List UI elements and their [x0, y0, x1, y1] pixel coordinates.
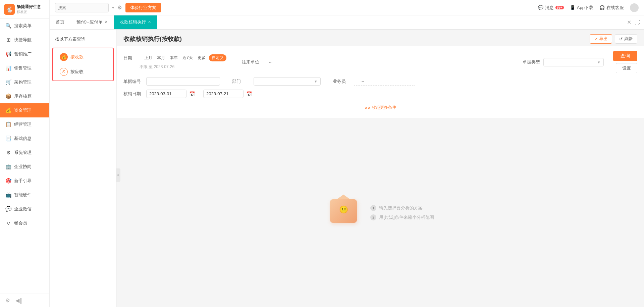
page-header: 收款核销执行(按收款) ↗ 导出 ↺ 刷新	[117, 30, 644, 46]
quick-nav-icon: ⊞	[5, 37, 11, 43]
filter-panel-title: 按以下方案查询	[50, 34, 116, 46]
purchase-icon: 🛒	[5, 79, 11, 85]
sidebar-item-enterprise[interactable]: 🏢 企业协同	[0, 160, 49, 174]
shortcut-more[interactable]: 更多	[196, 54, 207, 61]
online-service-action[interactable]: 🎧 在线客服	[599, 5, 624, 11]
headset-icon: 🎧	[599, 5, 605, 10]
form-row-docno: 单据编号 部门 ▾ 业务员 ···	[123, 77, 637, 86]
shortcut-this-year[interactable]: 本年	[168, 54, 179, 61]
smart-hw-icon: 📺	[5, 192, 11, 198]
shortcut-custom[interactable]: 自定义	[209, 54, 226, 61]
verify-date-end-calendar-icon[interactable]: 📅	[246, 91, 252, 97]
by-collection-icon: 💰	[60, 53, 68, 61]
settings-bottom-icon[interactable]: ⚙	[5, 297, 10, 304]
search-menu-icon: 🔍	[5, 23, 11, 29]
doc-type-select[interactable]: ▾	[543, 58, 604, 66]
refresh-button[interactable]: ↺ 刷新	[615, 34, 637, 44]
sidebar-item-quick-nav[interactable]: ⊞ 快捷导航	[0, 33, 49, 47]
tabbar-controls: ✕ ⛶	[623, 15, 644, 29]
tab-prepay[interactable]: 预付冲应付单 ✕	[70, 15, 114, 29]
topbar-gear-icon[interactable]: ⚙	[117, 4, 122, 11]
topbar-right: 💬 消息 99+ 📱 App下载 🎧 在线客服	[538, 3, 639, 12]
verify-date-start[interactable]	[146, 90, 186, 98]
shortcut-this-month[interactable]: 本月	[156, 54, 166, 61]
doc-no-input[interactable]	[146, 77, 220, 86]
tab-expand-icon[interactable]: ⛶	[633, 19, 641, 26]
verify-date-start-calendar-icon[interactable]: 📅	[189, 91, 195, 97]
doc-type-chevron: ▾	[598, 60, 600, 65]
mobile-icon: 📱	[570, 5, 575, 10]
filter-by-collection[interactable]: 💰 按收款	[53, 50, 113, 64]
app-logo-text: 畅捷通好生意 标准版	[17, 4, 41, 14]
sidebar-item-smart-hw[interactable]: 📺 智能硬件	[0, 188, 49, 202]
date-field-group: 日期 上月 本月 本年 近7天 更多 自定义 不限 至 2023-07-26	[123, 54, 226, 70]
sidebar-item-basic-info[interactable]: 📑 基础信息	[0, 132, 49, 146]
message-action[interactable]: 💬 消息 99+	[538, 5, 564, 11]
app-logo-icon: 🐇	[4, 4, 15, 15]
sidebar-item-search-menu[interactable]: 🔍 搜索菜单	[0, 19, 49, 33]
sidebar-item-finance[interactable]: 💰 资金管理	[0, 103, 49, 117]
shortcut-last-month[interactable]: 上月	[143, 54, 154, 61]
dept-chevron: ▾	[315, 79, 317, 84]
sidebar-item-inventory[interactable]: 📦 库存核算	[0, 89, 49, 103]
export-icon: ↗	[594, 37, 598, 42]
topbar-left: ▾ ⚙ 体验行业方案	[55, 3, 161, 12]
filter-items-container: 💰 按收款 ⏱ 按应收	[52, 48, 114, 81]
query-buttons: 查询 设置	[613, 51, 637, 73]
sidebar-logo: 🐇 畅捷通好生意 标准版	[0, 0, 49, 19]
sidebar-item-operations[interactable]: 📋 经营管理	[0, 117, 49, 132]
doc-type-label: 单据类型	[523, 59, 540, 65]
sidebar-navigation: 🔍 搜索菜单 ⊞ 快捷导航 📢 营销推广 📊 销售管理 🛒 采购管理 📦 库存核…	[0, 19, 49, 294]
sidebar-item-newbie[interactable]: 🎯 新手引导	[0, 174, 49, 188]
filter-sidebar: 按以下方案查询 💰 按收款 ⏱ 按应收 «	[50, 30, 117, 307]
operations-icon: 📋	[5, 121, 11, 127]
staff-input[interactable]: ···	[354, 78, 415, 86]
collapse-filter-button[interactable]: ∧∧ 收起更多条件	[123, 102, 637, 113]
dept-select[interactable]: ▾	[254, 77, 321, 86]
filter-collapse-button[interactable]: «	[116, 168, 120, 182]
form-row-date: 日期 上月 本月 本年 近7天 更多 自定义 不限 至 2023-07-26	[123, 51, 637, 73]
query-button[interactable]: 查询	[613, 51, 637, 61]
tabbar: 首页 预付冲应付单 ✕ 收款核销执行 ✕ ✕ ⛶	[50, 15, 644, 30]
collapse-sidebar-icon[interactable]: ◀‖	[15, 297, 22, 304]
dept-label: 部门	[232, 79, 248, 85]
topbar-search-input[interactable]	[55, 3, 109, 12]
refresh-icon: ↺	[619, 37, 623, 42]
tab-close-all-icon[interactable]: ✕	[626, 18, 633, 26]
sidebar-item-sales[interactable]: 📊 销售管理	[0, 61, 49, 75]
industry-solution-button[interactable]: 体验行业方案	[125, 3, 161, 12]
tab-home[interactable]: 首页	[50, 15, 70, 29]
empty-box-face: 😐	[339, 205, 348, 214]
date-shortcuts: 上月 本月 本年 近7天 更多 自定义	[143, 54, 226, 61]
sidebar-item-member[interactable]: V 畅会员	[0, 216, 49, 230]
export-button[interactable]: ↗ 导出	[590, 34, 612, 44]
page-content: 按以下方案查询 💰 按收款 ⏱ 按应收 « 收款核销执行(按收款)	[50, 30, 644, 307]
by-receivable-icon: ⏱	[60, 68, 68, 76]
enterprise-icon: 🏢	[5, 164, 11, 170]
sidebar-item-system[interactable]: ⚙ 系统管理	[0, 146, 49, 160]
sidebar-item-purchase[interactable]: 🛒 采购管理	[0, 75, 49, 89]
sidebar: 🐇 畅捷通好生意 标准版 🔍 搜索菜单 ⊞ 快捷导航 📢 营销推广 📊 销售管理…	[0, 0, 50, 307]
sidebar-item-wechat[interactable]: 💬 企业微信	[0, 202, 49, 216]
tab-prepay-close[interactable]: ✕	[105, 20, 108, 24]
topbar-chevron-icon[interactable]: ▾	[112, 5, 114, 10]
tab-collection-close[interactable]: ✕	[148, 20, 151, 24]
verify-date-end[interactable]	[203, 90, 244, 98]
marketing-icon: 📢	[5, 51, 11, 57]
verify-date-range: 📅 — 📅	[146, 90, 252, 98]
tab-collection[interactable]: 收款核销执行 ✕	[114, 15, 157, 29]
hint-num-2: 2	[370, 214, 376, 220]
newbie-icon: 🎯	[5, 178, 11, 184]
setting-button[interactable]: 设置	[616, 63, 637, 73]
filter-by-receivable[interactable]: ⏱ 按应收	[53, 64, 113, 79]
counterparty-input[interactable]: ···	[263, 58, 330, 66]
header-actions: ↗ 导出 ↺ 刷新	[590, 34, 637, 44]
shortcut-7days[interactable]: 近7天	[181, 54, 194, 61]
app-download-action[interactable]: 📱 App下载	[570, 5, 593, 11]
user-avatar[interactable]	[630, 3, 639, 12]
system-icon: ⚙	[5, 150, 11, 156]
main-area: ▾ ⚙ 体验行业方案 💬 消息 99+ 📱 App下载 🎧 在线客服 首页	[50, 0, 644, 307]
empty-state: 😐 1 请先选择要分析的方案 2 用[过滤]条件来缩小分析范围	[117, 118, 644, 307]
verify-date-label: 核销日期	[123, 91, 141, 97]
sidebar-item-marketing[interactable]: 📢 营销推广	[0, 47, 49, 61]
